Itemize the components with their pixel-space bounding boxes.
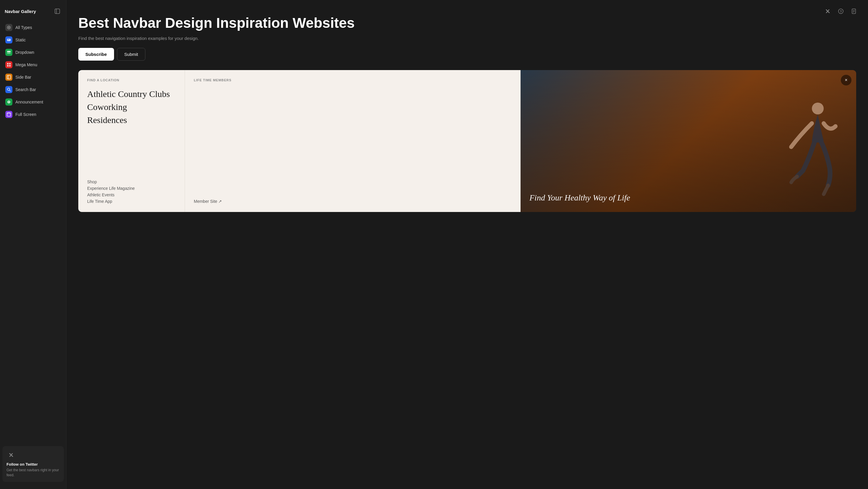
sidebar-toggle-button[interactable] <box>53 7 61 16</box>
svg-rect-19 <box>7 113 11 116</box>
svg-rect-8 <box>7 63 8 64</box>
sidebar-item-label-dropdown: Dropdown <box>16 50 34 55</box>
svg-rect-9 <box>9 63 11 64</box>
menu-middle-column: LIFE TIME MEMBERS Member Site ↗ <box>185 70 521 212</box>
sidebar-header: Navbar Gallery <box>0 5 66 21</box>
top-bar: ? <box>823 6 859 17</box>
hero-section: Best Navbar Design Inspiration Websites … <box>78 15 856 61</box>
all-types-icon <box>5 24 12 31</box>
file-button[interactable] <box>848 6 859 17</box>
help-button[interactable]: ? <box>836 6 846 17</box>
sidebar-item-all-types[interactable]: All Types <box>2 21 64 34</box>
announcement-icon <box>5 98 12 106</box>
hero-buttons: Subscribe Submit <box>78 48 856 61</box>
twitter-section <box>6 450 60 460</box>
svg-point-26 <box>812 103 824 114</box>
member-site-link[interactable]: Member Site ↗ <box>194 199 512 204</box>
sidebar-item-side-bar[interactable]: Side Bar <box>2 71 64 83</box>
svg-rect-12 <box>7 76 11 79</box>
sidebar-item-label-search-bar: Search Bar <box>16 87 36 92</box>
sidebar-item-search-bar[interactable]: Search Bar <box>2 83 64 96</box>
sidebar-footer-card: Follow on Twitter Get the best navbars r… <box>2 446 64 482</box>
menu-left-column: FIND A LOCATION Athletic Country Clubs C… <box>78 70 185 212</box>
svg-text:?: ? <box>840 10 842 13</box>
find-location-label: FIND A LOCATION <box>87 78 176 82</box>
right-tagline: Find Your Healthy Way of Life <box>529 193 630 203</box>
svg-rect-0 <box>55 9 60 13</box>
sidebar-item-announcement[interactable]: Announcement <box>2 96 64 108</box>
dropdown-icon <box>5 49 12 56</box>
svg-rect-11 <box>9 65 11 66</box>
bottom-link-life-time-app[interactable]: Life Time App <box>87 199 176 204</box>
svg-line-15 <box>10 90 11 92</box>
hero-title: Best Navbar Design Inspiration Websites <box>78 15 856 31</box>
footer-title: Follow on Twitter <box>6 462 60 466</box>
footer-description: Get the best navbars right in your feed. <box>6 468 60 478</box>
svg-point-18 <box>8 103 9 103</box>
sidebar-icon <box>5 74 12 81</box>
svg-rect-6 <box>7 51 11 52</box>
main-link-residences[interactable]: Residences <box>87 115 176 125</box>
svg-rect-4 <box>7 39 11 41</box>
twitter-button[interactable] <box>823 6 833 17</box>
full-screen-icon <box>5 111 12 118</box>
mega-menu-preview: × FIND A LOCATION Athletic Country Clubs… <box>78 70 856 212</box>
sidebar-item-label-full-screen: Full Screen <box>16 112 36 117</box>
member-site-section: Member Site ↗ <box>194 199 512 204</box>
sidebar: Navbar Gallery All Types <box>0 0 66 489</box>
bottom-link-experience[interactable]: Experience Life Magazine <box>87 186 176 191</box>
main-link-coworking[interactable]: Coworking <box>87 102 176 112</box>
bottom-link-athletic-events[interactable]: Athletic Events <box>87 193 176 197</box>
bottom-link-shop[interactable]: Shop <box>87 179 176 184</box>
main-content: ? Best Navbar Design Inspiration Website… <box>66 0 868 489</box>
sidebar-item-static[interactable]: Static <box>2 34 64 46</box>
svg-point-14 <box>7 88 10 90</box>
static-icon <box>5 36 12 44</box>
svg-point-3 <box>8 27 9 28</box>
sidebar-item-label-all-types: All Types <box>16 25 32 30</box>
menu-main-links: Athletic Country Clubs Coworking Residen… <box>87 89 176 179</box>
sidebar-item-label-static: Static <box>16 37 26 42</box>
svg-rect-7 <box>7 53 11 54</box>
svg-rect-10 <box>7 65 8 66</box>
sidebar-item-full-screen[interactable]: Full Screen <box>2 108 64 121</box>
sidebar-nav: All Types Static Dropdown <box>0 21 66 441</box>
search-bar-icon <box>5 86 12 93</box>
svg-rect-5 <box>8 39 9 40</box>
submit-button[interactable]: Submit <box>117 48 146 61</box>
sidebar-item-label-mega-menu: Mega Menu <box>16 62 37 67</box>
close-button[interactable]: × <box>841 75 851 85</box>
sidebar-item-label-announcement: Announcement <box>16 99 43 104</box>
hero-subtitle: Find the best navigation inspiration exa… <box>78 36 856 41</box>
mega-menu-icon <box>5 61 12 68</box>
sidebar-item-dropdown[interactable]: Dropdown <box>2 46 64 59</box>
sidebar-item-label-side-bar: Side Bar <box>16 75 31 80</box>
subscribe-button[interactable]: Subscribe <box>78 48 114 61</box>
athlete-silhouette <box>779 99 838 212</box>
sidebar-item-mega-menu[interactable]: Mega Menu <box>2 59 64 71</box>
sidebar-title: Navbar Gallery <box>5 9 36 14</box>
menu-bottom-links: Shop Experience Life Magazine Athletic E… <box>87 179 176 204</box>
main-link-athletic[interactable]: Athletic Country Clubs <box>87 89 176 99</box>
life-time-members-label: LIFE TIME MEMBERS <box>194 78 512 82</box>
twitter-icon <box>6 450 16 460</box>
menu-right-column: Find Your Healthy Way of Life <box>521 70 856 212</box>
